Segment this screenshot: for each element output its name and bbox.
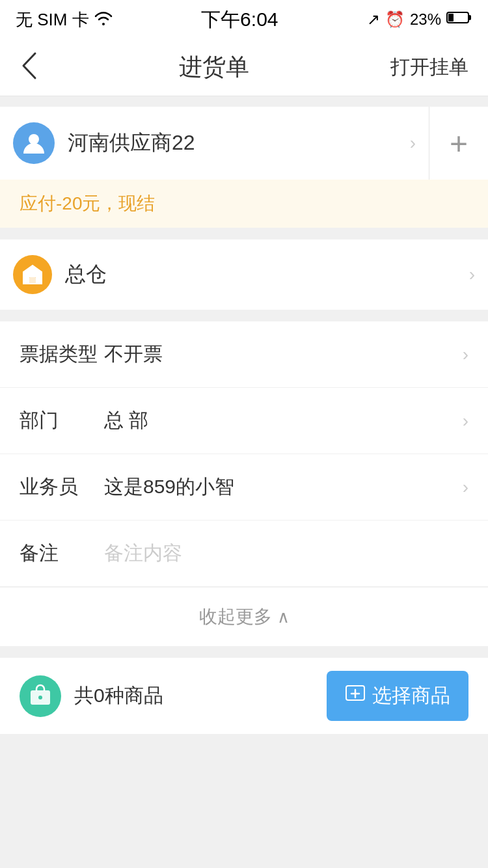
svg-point-3 bbox=[29, 134, 39, 144]
svg-rect-2 bbox=[468, 15, 471, 20]
product-icon bbox=[20, 675, 61, 717]
select-product-label: 选择商品 bbox=[372, 683, 450, 709]
select-product-button[interactable]: 选择商品 bbox=[327, 671, 468, 721]
warehouse-name: 总仓 bbox=[65, 260, 463, 289]
form-section: 票据类型 不开票 › 部门 总 部 › 业务员 这是859的小智 › 备注 备注… bbox=[0, 321, 488, 646]
section-gap-3 bbox=[0, 310, 488, 320]
salesperson-value: 这是859的小智 bbox=[104, 474, 456, 500]
status-bar: 无 SIM 卡 下午6:04 ↗ ⏰ 23% bbox=[0, 0, 488, 39]
status-right: ↗ ⏰ 23% bbox=[367, 10, 472, 29]
status-time: 下午6:04 bbox=[201, 7, 278, 33]
salesperson-chevron-icon: › bbox=[463, 477, 468, 498]
main-content: 河南供应商22 › + 应付-20元，现结 总仓 › 票据类型 不开票 › bbox=[0, 96, 488, 868]
invoice-type-label: 票据类型 bbox=[20, 341, 104, 368]
remark-row[interactable]: 备注 备注内容 bbox=[0, 521, 488, 587]
invoice-type-row[interactable]: 票据类型 不开票 › bbox=[0, 321, 488, 388]
section-gap-2 bbox=[0, 228, 488, 238]
warehouse-icon bbox=[13, 255, 52, 294]
svg-point-6 bbox=[38, 696, 42, 699]
salesperson-label: 业务员 bbox=[20, 474, 104, 500]
location-icon: ↗ bbox=[367, 10, 380, 29]
collapse-label: 收起更多 bbox=[199, 604, 272, 629]
remark-placeholder: 备注内容 bbox=[104, 540, 468, 567]
supplier-selector[interactable]: 河南供应商22 › bbox=[0, 107, 429, 180]
select-product-icon bbox=[345, 685, 366, 707]
section-gap-4 bbox=[0, 646, 488, 657]
invoice-type-chevron-icon: › bbox=[463, 344, 468, 365]
supplier-avatar bbox=[13, 122, 55, 164]
sim-label: 无 SIM 卡 bbox=[16, 8, 89, 31]
collapse-button[interactable]: 收起更多 ∧ bbox=[0, 587, 488, 646]
page-title: 进货单 bbox=[179, 51, 249, 83]
add-supplier-button[interactable]: + bbox=[429, 107, 488, 180]
status-left: 无 SIM 卡 bbox=[16, 8, 113, 31]
open-pending-button[interactable]: 打开挂单 bbox=[390, 54, 468, 81]
supplier-section: 河南供应商22 › + bbox=[0, 107, 488, 180]
department-label: 部门 bbox=[20, 407, 104, 434]
back-button[interactable] bbox=[20, 51, 38, 85]
bottom-bar: 共0种商品 选择商品 bbox=[0, 658, 488, 734]
alarm-icon: ⏰ bbox=[385, 10, 405, 29]
svg-rect-4 bbox=[29, 277, 36, 284]
collapse-icon: ∧ bbox=[277, 607, 290, 627]
warehouse-selector[interactable]: 总仓 › bbox=[0, 239, 488, 310]
remark-label: 备注 bbox=[20, 540, 104, 567]
salesperson-row[interactable]: 业务员 这是859的小智 › bbox=[0, 454, 488, 521]
supplier-name: 河南供应商22 bbox=[68, 129, 403, 157]
svg-rect-1 bbox=[448, 14, 454, 21]
department-row[interactable]: 部门 总 部 › bbox=[0, 388, 488, 454]
wifi-icon bbox=[94, 10, 113, 30]
department-chevron-icon: › bbox=[463, 411, 468, 431]
department-value: 总 部 bbox=[104, 407, 456, 434]
supplier-chevron-icon: › bbox=[410, 133, 416, 154]
section-gap-1 bbox=[0, 96, 488, 107]
nav-bar: 进货单 打开挂单 bbox=[0, 39, 488, 96]
battery-icon bbox=[446, 10, 472, 29]
battery-label: 23% bbox=[410, 10, 441, 29]
product-count: 共0种商品 bbox=[74, 683, 327, 709]
invoice-type-value: 不开票 bbox=[104, 341, 456, 368]
warehouse-chevron-icon: › bbox=[469, 264, 475, 285]
balance-notice: 应付-20元，现结 bbox=[0, 180, 488, 228]
